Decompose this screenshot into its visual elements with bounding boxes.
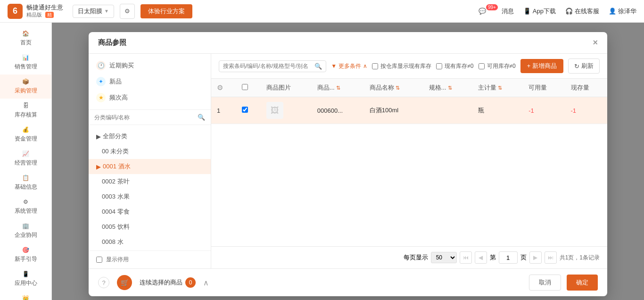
modal-title: 商品参照: [98, 38, 126, 47]
user-item[interactable]: 👤 徐泽华: [609, 7, 636, 16]
cat-water[interactable]: 0008 水: [89, 234, 211, 250]
trial-button[interactable]: 体验行业方案: [140, 4, 192, 18]
cell-unit: 瓶: [472, 97, 523, 124]
quick-filter-frequent[interactable]: ★ 频次高: [89, 90, 211, 106]
sidebar-item-member[interactable]: 👑 畅会员: [0, 291, 51, 300]
cat-all[interactable]: ▶ 全部分类: [89, 129, 211, 144]
search-icon[interactable]: 🔍: [198, 114, 205, 121]
quick-filters: 🕐 近期购买 ✦ 新品 ★ 频次高: [89, 54, 211, 110]
app-download-item[interactable]: 📱 App下载: [523, 7, 556, 16]
col-checkbox: [236, 79, 261, 97]
basic-info-icon: 📋: [22, 175, 29, 181]
sidebar-item-operations[interactable]: 📈 经营管理: [0, 147, 51, 171]
product-search-input[interactable]: [223, 63, 312, 69]
last-page-button[interactable]: ⏭: [545, 251, 557, 264]
clock-icon: 🕐: [96, 61, 106, 70]
select-all-checkbox[interactable]: [242, 84, 248, 90]
show-disabled-checkbox[interactable]: [96, 257, 102, 263]
collapse-button[interactable]: ∧: [203, 278, 209, 287]
product-image: 🖼: [266, 102, 283, 119]
refresh-button[interactable]: ↻ 刷新: [568, 58, 600, 74]
enterprise-icon: 🏢: [22, 223, 29, 229]
avatar: 👤: [609, 8, 616, 15]
nav-selector[interactable]: 日太阳膜 ▼: [73, 5, 114, 18]
sort-icon: ⇅: [336, 85, 340, 91]
modal-body: 🕐 近期购买 ✦ 新品 ★ 频次高: [89, 54, 607, 268]
category-search-box: 🔍: [89, 110, 211, 125]
nav-right: 💬 99+ 消息 📱 App下载 🎧 在线客服 👤 徐泽华: [479, 7, 636, 16]
cat-snack[interactable]: 0004 零食: [89, 204, 211, 219]
content-area: 商品参照 × 🕐 近期购买 ✦: [52, 23, 644, 300]
toolbar: 🔍 ▼ 更多条件 ∧ 按仓库显示现有库存: [211, 54, 607, 79]
sidebar-item-purchase[interactable]: 📦 采购管理: [0, 75, 51, 99]
page-number-input[interactable]: [499, 251, 518, 264]
col-unit[interactable]: 主计量 ⇅: [472, 79, 523, 97]
arrow-right-icon: ▶: [96, 133, 101, 140]
quick-filter-recent[interactable]: 🕐 近期购买: [89, 58, 211, 74]
cart-button[interactable]: 🛒: [117, 275, 132, 290]
cat-fruit[interactable]: 0003 水果: [89, 189, 211, 204]
quick-filter-new[interactable]: ✦ 新品: [89, 74, 211, 90]
more-filter-button[interactable]: ▼ 更多条件 ∧: [331, 62, 367, 70]
next-page-button[interactable]: ▶: [529, 251, 542, 264]
confirm-button[interactable]: 确定: [567, 275, 598, 291]
cat-beverage[interactable]: 0005 饮料: [89, 219, 211, 234]
sidebar-item-basic-info[interactable]: 📋 基础信息: [0, 171, 51, 195]
cat-tea[interactable]: 0002 茶叶: [89, 174, 211, 189]
sidebar-item-enterprise[interactable]: 🏢 企业协同: [0, 219, 51, 243]
col-stock: 现存量: [565, 79, 607, 97]
help-button[interactable]: ?: [98, 277, 109, 288]
search-icon[interactable]: 🔍: [314, 63, 322, 70]
online-service-item[interactable]: 🎧 在线客服: [565, 7, 599, 16]
stock-nonzero-filter[interactable]: 现有库存≠0: [436, 62, 473, 70]
page-size-select[interactable]: 50 20 100: [431, 252, 457, 263]
sidebar-item-app-center[interactable]: 📱 应用中心: [0, 267, 51, 291]
column-settings-icon[interactable]: ⚙: [217, 83, 223, 92]
chevron-down-icon: ▼: [104, 8, 109, 14]
col-name[interactable]: 商品名称 ⇅: [364, 79, 423, 97]
row-checkbox[interactable]: [242, 107, 248, 113]
col-img: 商品图片: [261, 79, 312, 97]
sidebar-item-sales[interactable]: 📊 销售管理: [0, 50, 51, 75]
product-table-container: ⚙ 商品图片 商品... ⇅: [211, 79, 607, 246]
sidebar-item-inventory[interactable]: 🗄 库存核算: [0, 99, 51, 123]
stock-nonzero-checkbox[interactable]: [436, 63, 442, 69]
main-layout: 🏠 首页 📊 销售管理 📦 采购管理 🗄 库存核算 💰 资金管理 📈 经营管理 …: [0, 23, 644, 300]
product-search-bar: 🔍: [219, 60, 326, 72]
settings-button[interactable]: ⚙: [120, 4, 135, 19]
category-search-input[interactable]: [94, 114, 195, 121]
member-icon: 👑: [22, 295, 29, 300]
available-nonzero-filter[interactable]: 可用库存≠0: [479, 62, 516, 70]
total-info: 共1页，1条记录: [560, 254, 600, 262]
sort-icon-spec: ⇅: [448, 85, 452, 91]
available-nonzero-checkbox[interactable]: [479, 63, 485, 69]
cat-uncategorized[interactable]: 00 未分类: [89, 144, 211, 159]
cat-liquor[interactable]: ▶ 0001 酒水: [89, 159, 211, 174]
download-icon: 📱: [523, 8, 531, 15]
cell-checkbox[interactable]: [236, 97, 261, 124]
sidebar-item-system[interactable]: ⚙ 系统管理: [0, 195, 51, 219]
col-code[interactable]: 商品... ⇅: [312, 79, 364, 97]
modal-close-button[interactable]: ×: [593, 38, 598, 48]
continuous-select-label: 连续选择的商品 0: [140, 277, 196, 288]
headset-icon: 🎧: [565, 8, 573, 15]
star-icon: ★: [96, 93, 106, 102]
gear-icon: ⚙: [124, 8, 130, 15]
right-panel: 🔍 ▼ 更多条件 ∧ 按仓库显示现有库存: [211, 54, 607, 268]
sidebar-item-guide[interactable]: 🎯 新手引导: [0, 243, 51, 267]
cell-available: -1: [523, 97, 565, 124]
footer-buttons: 取消 确定: [529, 275, 598, 291]
warehouse-filter[interactable]: 按仓库显示现有库存: [372, 62, 431, 70]
warehouse-checkbox[interactable]: [372, 63, 378, 69]
sidebar-item-home[interactable]: 🏠 首页: [0, 26, 51, 50]
table-row[interactable]: 1 🖼 000600... 白酒100ml: [211, 97, 607, 124]
sidebar-item-finance[interactable]: 💰 资金管理: [0, 123, 51, 147]
message-item[interactable]: 💬 99+ 消息: [479, 7, 514, 16]
cancel-button[interactable]: 取消: [529, 275, 561, 291]
edition-badge: 精: [45, 12, 54, 18]
add-product-button[interactable]: + 新增商品: [520, 59, 563, 73]
prev-page-button[interactable]: ◀: [475, 251, 487, 264]
cell-stock: -1: [565, 97, 607, 124]
first-page-button[interactable]: ⏮: [460, 251, 472, 264]
col-spec[interactable]: 规格... ⇅: [423, 79, 472, 97]
